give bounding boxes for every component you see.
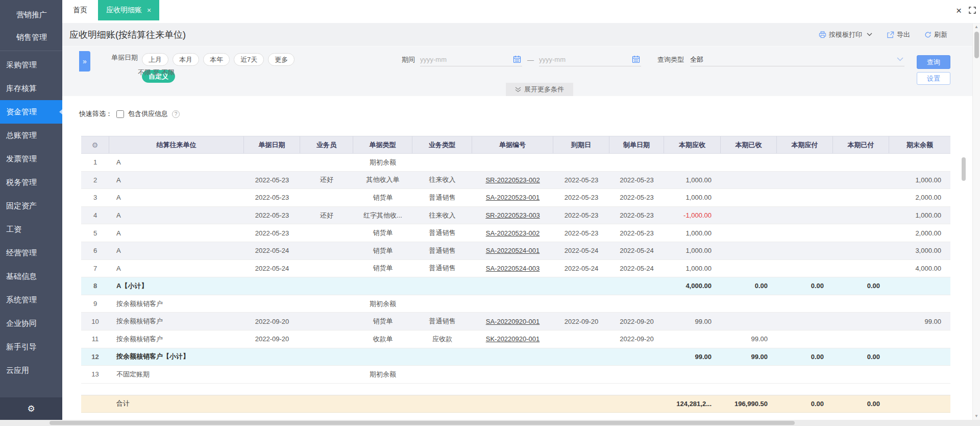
sidebar-item-6[interactable]: 总账管理: [0, 124, 62, 147]
date-pill-1[interactable]: 上月: [142, 53, 168, 66]
doc-number-link[interactable]: SR-20220523-003: [472, 211, 553, 219]
scroll-down-icon[interactable]: ▼: [974, 413, 978, 420]
table-row[interactable]: 3A2022-05-23销货单普通销售SA-20220523-0012022-0…: [81, 189, 950, 207]
calendar-icon[interactable]: [513, 55, 521, 63]
doc-number-link[interactable]: SR-20220523-002: [472, 176, 553, 184]
cell-num: 5: [81, 229, 109, 237]
search-button[interactable]: 查询: [917, 55, 950, 69]
cell-make_date: 2022-05-23: [609, 194, 664, 201]
cell-receivable: 1,000.00: [664, 194, 721, 201]
toolbar: 按模板打印 导出: [819, 23, 947, 46]
query-type-select[interactable]: 全部: [690, 53, 904, 66]
tab-close-icon[interactable]: ×: [147, 6, 151, 14]
expand-sidebar-filter-button[interactable]: »: [79, 51, 90, 72]
sidebar-item-11[interactable]: 经营管理: [0, 241, 62, 265]
cell-unit: 按余额核销客户【小计】: [109, 352, 244, 361]
table-row[interactable]: 1A期初余额: [81, 154, 950, 172]
table-row[interactable]: 6A2022-05-24销货单普通销售SA-20220524-0012022-0…: [81, 242, 950, 260]
cell-num: 6: [81, 247, 109, 254]
scroll-up-icon[interactable]: ▲: [974, 23, 978, 31]
sidebar-item-1[interactable]: 营销推广: [0, 4, 62, 26]
total-receivable: 124,281,2...: [664, 400, 721, 408]
subtotal-row[interactable]: 12按余额核销客户【小计】99.0099.000.000.00: [81, 348, 950, 366]
cell-unit: 不固定账期: [109, 370, 244, 379]
print-dropdown-chevron-icon[interactable]: [867, 33, 872, 36]
export-button[interactable]: 导出: [887, 30, 910, 39]
date-pill-2[interactable]: 本月: [173, 53, 199, 66]
total-paid: 0.00: [833, 400, 889, 408]
table-row[interactable]: 9按余额核销客户期初余额: [81, 295, 950, 313]
sidebar-item-9[interactable]: 固定资产: [0, 194, 62, 218]
doc-number-link[interactable]: SA-20220524-001: [472, 247, 553, 254]
sidebar-item-8[interactable]: 税务管理: [0, 171, 62, 194]
expand-more-button[interactable]: 展开更多条件: [506, 83, 573, 96]
table-row[interactable]: 4A2022-05-23还好红字其他收...往来收入SR-20220523-00…: [81, 207, 950, 225]
settings-button[interactable]: 设置: [917, 72, 950, 85]
table-row[interactable]: 10按余额核销客户2022-09-20销货单普通销售SA-20220920-00…: [81, 313, 950, 330]
table-row[interactable]: 7A2022-05-24销货单普通销售SA-20220524-0032022-0…: [81, 260, 950, 278]
period-from-input[interactable]: [420, 56, 508, 63]
tab-receivable-ledger[interactable]: 应收明细账 ×: [98, 0, 159, 20]
period-to-input[interactable]: [539, 56, 627, 63]
export-label: 导出: [897, 30, 910, 39]
table-scrollbar-thumb[interactable]: [962, 157, 966, 181]
page-scrollbar-thumb[interactable]: [974, 32, 979, 58]
date-pill-5[interactable]: 更多: [268, 53, 295, 66]
cell-make_date: 2022-05-24: [609, 247, 664, 254]
column-settings-gear-icon[interactable]: ⚙: [81, 136, 109, 153]
doc-number-link[interactable]: SA-20220523-001: [472, 194, 553, 201]
fullscreen-icon[interactable]: [969, 7, 976, 14]
sidebar-item-5[interactable]: 资金管理: [0, 100, 62, 124]
sidebar-item-4[interactable]: 库存核算: [0, 77, 62, 100]
cell-receivable: 99.00: [664, 318, 721, 325]
cell-date: 2022-09-20: [244, 318, 300, 325]
tab-home[interactable]: 首页: [62, 0, 98, 20]
doc-number-link[interactable]: SK-20220920-001: [472, 335, 553, 343]
cell-receivable: 1,000.00: [664, 265, 721, 272]
cell-salesman: 还好: [300, 211, 353, 220]
cell-receivable: 4,000.00: [664, 282, 721, 290]
horizontal-scrollbar-thumb[interactable]: [50, 421, 795, 425]
horizontal-scrollbar[interactable]: [0, 420, 980, 426]
sidebar-item-15[interactable]: 新手引导: [0, 335, 62, 359]
table-row[interactable]: 2A2022-05-23还好其他收入单往来收入SR-20220523-00220…: [81, 172, 950, 190]
cell-biz_type: 应收款: [412, 335, 472, 344]
cell-balance: 1,000.00: [889, 211, 950, 219]
close-icon[interactable]: ×: [956, 6, 962, 15]
sidebar-item-3[interactable]: 采购管理: [0, 53, 62, 77]
table-row[interactable]: 13不固定账期期初余额: [81, 366, 950, 384]
print-label: 按模板打印: [829, 30, 862, 39]
query-type-label: 查询类型: [657, 55, 684, 64]
gear-icon[interactable]: ⚙: [27, 404, 35, 414]
printer-icon: [819, 31, 826, 38]
doc-number-link[interactable]: SA-20220920-001: [472, 318, 553, 325]
refresh-button[interactable]: 刷新: [924, 30, 947, 39]
receivable-ledger-table: ⚙结算往来单位单据日期业务员单据类型业务类型单据编号到期日制单日期本期应收本期已…: [81, 136, 950, 413]
include-supply-info-checkbox[interactable]: [116, 110, 124, 118]
column-header: 业务员: [300, 136, 353, 153]
page-scrollbar[interactable]: ▲ ▼: [972, 23, 980, 420]
table-row[interactable]: 11按余额核销客户2022-09-20收款单应收款SK-20220920-001…: [81, 330, 950, 348]
sidebar-settings-bar[interactable]: ⚙: [0, 397, 62, 420]
help-icon[interactable]: ?: [172, 110, 180, 118]
sidebar-item-14[interactable]: 企业协同: [0, 312, 62, 335]
calendar-icon[interactable]: [632, 55, 640, 63]
table-row[interactable]: 5A2022-05-23销货单普通销售SA-20220523-0022022-0…: [81, 224, 950, 242]
doc-number-link[interactable]: SA-20220524-003: [472, 265, 553, 272]
sidebar-item-2[interactable]: 销售管理: [0, 26, 62, 49]
sidebar-item-12[interactable]: 基础信息: [0, 265, 62, 288]
sidebar-item-7[interactable]: 发票管理: [0, 147, 62, 171]
app-window: 营销推广销售管理采购管理库存核算资金管理总账管理发票管理税务管理固定资产工资经营…: [0, 0, 980, 426]
cell-make_date: 2022-05-24: [609, 265, 664, 272]
subtotal-row[interactable]: 8A【小计】4,000.000.000.000.00: [81, 277, 950, 295]
date-range-summary: 不限 至 不限: [138, 68, 175, 77]
doc-number-link[interactable]: SA-20220523-002: [472, 229, 553, 237]
cell-balance: 1,000.00: [889, 176, 950, 184]
sidebar-item-13[interactable]: 系统管理: [0, 288, 62, 312]
print-by-template-button[interactable]: 按模板打印: [819, 30, 862, 39]
date-pill-3[interactable]: 本年: [203, 53, 230, 66]
cell-date: 2022-05-23: [244, 176, 300, 184]
date-pill-4[interactable]: 近7天: [234, 53, 264, 66]
sidebar-item-16[interactable]: 云应用: [0, 359, 62, 382]
sidebar-item-10[interactable]: 工资: [0, 218, 62, 241]
